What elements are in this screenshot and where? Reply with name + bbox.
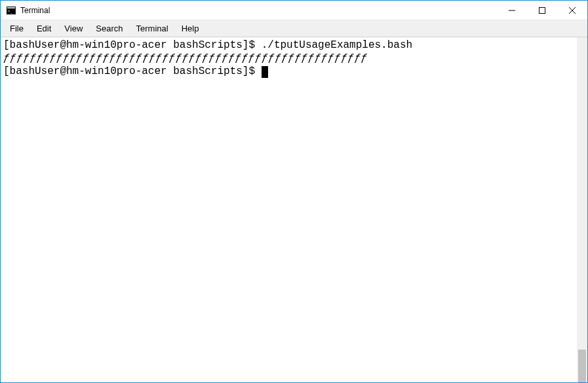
window-title: Terminal — [20, 6, 50, 15]
terminal-line: [bashUser@hm-win10pro-acer bashScripts]$… — [3, 39, 574, 52]
menubar: File Edit View Search Terminal Help — [1, 20, 587, 37]
maximize-button[interactable] — [527, 1, 557, 20]
svg-text:>_: >_ — [8, 9, 13, 14]
svg-rect-5 — [539, 7, 545, 13]
menu-view[interactable]: View — [58, 22, 89, 35]
terminal-window: >_ Terminal File — [0, 0, 588, 383]
menu-help[interactable]: Help — [175, 22, 206, 35]
scrollbar-thumb[interactable] — [578, 350, 586, 382]
cursor-icon — [262, 66, 268, 78]
window-controls — [497, 1, 587, 20]
terminal-line: [bashUser@hm-win10pro-acer bashScripts]$ — [3, 65, 574, 78]
menu-terminal[interactable]: Terminal — [130, 22, 175, 35]
vertical-scrollbar[interactable] — [576, 37, 587, 382]
menu-edit[interactable]: Edit — [30, 22, 58, 35]
prompt-text: [bashUser@hm-win10pro-acer bashScripts]$ — [3, 39, 262, 51]
terminal-line: ƒƒƒƒƒƒƒƒƒƒƒƒƒƒƒƒƒƒƒƒƒƒƒƒƒƒƒƒƒƒƒƒƒƒƒƒƒƒƒƒ… — [3, 52, 574, 65]
prompt-text: [bashUser@hm-win10pro-acer bashScripts]$ — [3, 65, 262, 77]
terminal-content[interactable]: [bashUser@hm-win10pro-acer bashScripts]$… — [1, 37, 576, 382]
menu-search[interactable]: Search — [89, 22, 129, 35]
titlebar[interactable]: >_ Terminal — [1, 1, 587, 20]
terminal-body: [bashUser@hm-win10pro-acer bashScripts]$… — [1, 37, 587, 382]
terminal-app-icon: >_ — [6, 5, 16, 16]
close-button[interactable] — [557, 1, 587, 20]
output-text: ƒƒƒƒƒƒƒƒƒƒƒƒƒƒƒƒƒƒƒƒƒƒƒƒƒƒƒƒƒƒƒƒƒƒƒƒƒƒƒƒ… — [3, 52, 368, 64]
command-text: ./tputUsageExamples.bash — [262, 39, 412, 51]
minimize-button[interactable] — [497, 1, 527, 20]
menu-file[interactable]: File — [3, 22, 30, 35]
